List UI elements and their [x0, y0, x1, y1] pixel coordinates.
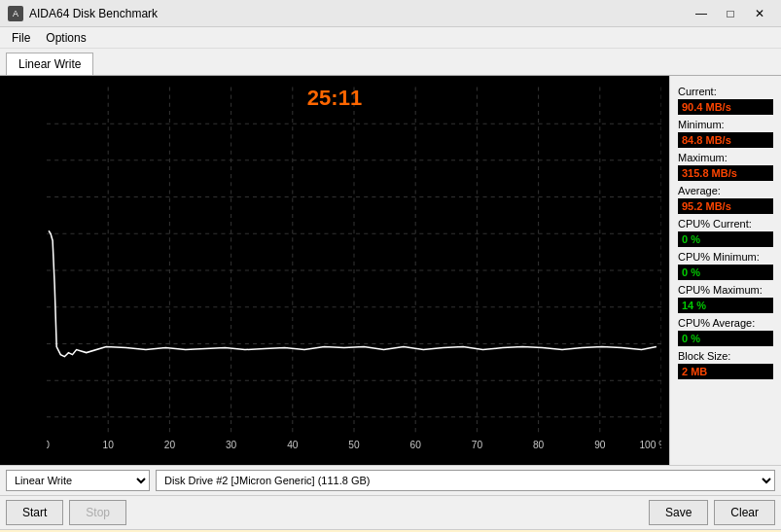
cpu-maximum-label: CPU% Maximum: — [678, 284, 773, 296]
svg-text:90: 90 — [594, 440, 606, 450]
minimize-button[interactable]: — — [688, 4, 715, 23]
svg-text:0: 0 — [47, 440, 50, 450]
drive-dropdown[interactable]: Disk Drive #2 [JMicron Generic] (111.8 G… — [156, 470, 775, 491]
average-value: 95.2 MB/s — [678, 198, 773, 214]
minimum-value: 84.8 MB/s — [678, 132, 773, 148]
cpu-current-label: CPU% Current: — [678, 218, 773, 230]
test-type-dropdown[interactable]: Linear Write Linear Read Random Read Ran… — [6, 470, 150, 491]
cpu-minimum-value: 0 % — [678, 265, 773, 280]
average-label: Average: — [678, 185, 773, 196]
app-icon: A — [8, 6, 23, 21]
cpu-minimum-label: CPU% Minimum: — [678, 251, 773, 263]
stop-button[interactable]: Stop — [69, 500, 126, 525]
block-size-value: 2 MB — [678, 364, 773, 379]
chart-area: 25:11 MB/s — [0, 76, 669, 465]
buttons-row: Start Stop Save Clear — [0, 495, 781, 529]
svg-text:80: 80 — [533, 440, 545, 450]
close-button[interactable]: ✕ — [746, 4, 773, 23]
tab-linear-write[interactable]: Linear Write — [6, 53, 93, 75]
block-size-label: Block Size: — [678, 350, 773, 362]
menu-file[interactable]: File — [4, 29, 38, 47]
cpu-average-value: 0 % — [678, 331, 773, 346]
window-title: AIDA64 Disk Benchmark — [29, 7, 158, 20]
svg-text:20: 20 — [164, 440, 176, 450]
maximum-label: Maximum: — [678, 152, 773, 163]
timer-display: 25:11 — [307, 86, 362, 111]
clear-button[interactable]: Clear — [714, 500, 775, 525]
menu-options[interactable]: Options — [38, 29, 93, 47]
current-value: 90.4 MB/s — [678, 99, 773, 115]
current-label: Current: — [678, 86, 773, 97]
svg-text:10: 10 — [103, 440, 115, 450]
save-button[interactable]: Save — [649, 500, 708, 525]
svg-text:50: 50 — [348, 440, 360, 450]
maximize-button[interactable]: □ — [717, 4, 744, 23]
chart-svg: MB/s 369 328 287 — [47, 84, 661, 457]
svg-text:60: 60 — [410, 440, 422, 450]
controls-row: Linear Write Linear Read Random Read Ran… — [0, 465, 781, 495]
title-buttons: — □ ✕ — [688, 4, 773, 23]
cpu-maximum-value: 14 % — [678, 298, 773, 313]
cpu-average-label: CPU% Average: — [678, 317, 773, 329]
cpu-current-value: 0 % — [678, 231, 773, 247]
start-button[interactable]: Start — [6, 500, 63, 525]
stats-panel: Current: 90.4 MB/s Minimum: 84.8 MB/s Ma… — [669, 76, 781, 465]
title-bar: A AIDA64 Disk Benchmark — □ ✕ — [0, 0, 781, 27]
menu-bar: File Options — [0, 27, 781, 49]
tab-bar: Linear Write — [0, 49, 781, 76]
svg-text:70: 70 — [472, 440, 483, 450]
main-container: 25:11 MB/s — [0, 76, 781, 465]
svg-text:30: 30 — [226, 440, 237, 450]
minimum-label: Minimum: — [678, 119, 773, 130]
maximum-value: 315.8 MB/s — [678, 165, 773, 181]
svg-text:40: 40 — [287, 440, 299, 450]
svg-text:100 %: 100 % — [639, 440, 661, 450]
